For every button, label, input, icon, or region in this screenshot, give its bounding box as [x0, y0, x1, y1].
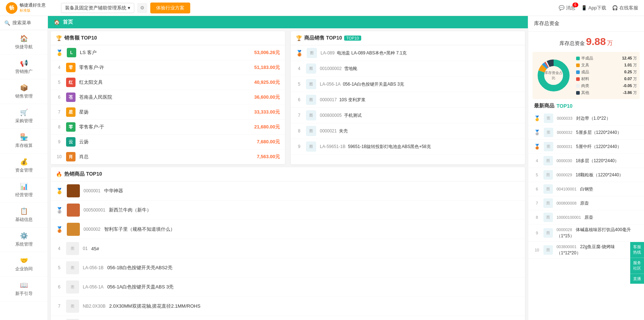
- legend-item: 半成品 12.45 万: [576, 55, 637, 62]
- rank-num: 8: [534, 215, 540, 220]
- legend-name: 材料: [581, 76, 589, 82]
- sidebar-item-库存核算[interactable]: 🏪库存核算: [0, 129, 48, 153]
- customer-list-item: 8 零 零售客户-于 21,680.00元: [51, 120, 285, 135]
- customer-service-float: 客服 热线 服务 社区 直播: [630, 242, 644, 284]
- product-info: LA-59651-1B 59651-1B旋转投影灯电池盒ABS黑色+58克: [320, 144, 520, 150]
- inventory-header: 库存总资金: [528, 16, 644, 32]
- right-product-info: 0000032 5厘多层（1220*2440）: [557, 130, 638, 136]
- product-thumb: 图: [307, 48, 317, 58]
- newest-product-item: 10 图 003800001 22g鱼豆腐-烧烤味（1*12*20）: [528, 242, 644, 259]
- page-title: 首页: [63, 19, 73, 25]
- sidebar-icon: 📊: [20, 182, 28, 190]
- top-customers-header: 🏆 销售额 TOP10: [51, 31, 285, 45]
- system-select[interactable]: 装备及固定资产辅助管理系统 ▾: [61, 3, 134, 13]
- trial-button[interactable]: 体验行业方案: [150, 3, 190, 13]
- legend-item: 肉类 -0.05 万: [576, 82, 637, 89]
- newest-product-item: 🥇 图 0000033 封边带（1.0*22）: [528, 111, 644, 126]
- newest-products-title: 最新商品 TOP10: [528, 99, 644, 111]
- product-thumb: 图: [306, 63, 316, 74]
- rank-num: 4: [534, 159, 540, 163]
- sidebar-item-营销推广[interactable]: 📢营销推广: [0, 55, 48, 79]
- sidebar-icon: 📖: [20, 281, 28, 289]
- customer-amount: 51,183.00元: [254, 64, 280, 71]
- message-button[interactable]: 💬 消息 6: [559, 5, 575, 11]
- customer-avatar: 肖: [66, 152, 76, 161]
- product-info: 001000002 雪地靴: [320, 66, 520, 72]
- newest-name: 5厘多层（1220*2440）: [576, 130, 621, 135]
- hot-products-title: 热销商品 TOP10: [64, 171, 102, 177]
- product-code-name: 0000021 夹壳: [320, 128, 520, 134]
- newest-product-item: 🥉 图 0000031 5厘中纤（1220*2440）: [528, 140, 644, 154]
- legend-value: 12.45 万: [622, 56, 637, 61]
- newest-code: 004100001: [557, 187, 576, 191]
- message-icon: 💬: [559, 5, 564, 11]
- top-customers-title: 销售额 TOP10: [64, 35, 97, 41]
- newest-product-item: 8 图 10000100001 原壶: [528, 210, 644, 225]
- sidebar-item-快捷导航[interactable]: 🏠快捷导航: [0, 30, 48, 55]
- sidebar-label: 资金管理: [15, 167, 33, 173]
- newest-name: 白钢垫: [580, 186, 593, 192]
- sidebar-label: 基础信息: [15, 217, 33, 223]
- rank-num: 4: [56, 246, 62, 251]
- customer-name: 云扬: [79, 139, 253, 145]
- legend-label: 成品: [576, 69, 624, 75]
- sidebar-icon: ⚙️: [20, 232, 28, 240]
- customers-list: 🥇 L LS 客户 53,006.26元 4 零 零售客户-许 51,183.0…: [51, 45, 285, 164]
- newest-name: 5厘中纤（1220*2440）: [576, 144, 621, 149]
- sidebar-item-企业协同[interactable]: 🤝企业协同: [0, 252, 48, 277]
- right-thumb: 图: [543, 245, 553, 255]
- customer-name: 星扬: [79, 109, 250, 115]
- online-service-button[interactable]: 🎧 在线客服: [612, 5, 638, 11]
- trophy2-icon: 🏆: [296, 35, 302, 41]
- legend-item: 其他 -3.86 万: [576, 89, 637, 96]
- right-thumb: 图: [543, 170, 553, 180]
- rank-num: 10: [534, 248, 540, 252]
- newest-name: 原壶: [584, 215, 593, 220]
- rank-num: 7: [56, 304, 62, 309]
- product-info: 0000017 10S 变利罗浆: [320, 97, 520, 103]
- hot-thumb: 图: [66, 300, 79, 313]
- sidebar-label: 销售管理: [15, 93, 33, 99]
- sidebar-label: 快捷导航: [15, 44, 33, 50]
- inventory-unit: 万: [607, 40, 613, 46]
- customer-list-item: 4 零 零售客户-许 51,183.00元: [51, 60, 285, 75]
- legend-name: 成品: [581, 69, 589, 75]
- legend-dot: [576, 70, 580, 74]
- newest-code: 0000032: [557, 130, 572, 135]
- rank-medal: 🥉: [56, 226, 63, 233]
- rank-num: 8: [56, 124, 62, 130]
- settings-button[interactable]: ⚙: [137, 3, 147, 13]
- sidebar-item-经营管理[interactable]: 📊经营管理: [0, 178, 48, 203]
- message-badge: 6: [572, 3, 578, 7]
- community-button[interactable]: 服务 社区: [630, 258, 644, 274]
- right-product-info: 0000031 5厘中纤（1220*2440）: [557, 144, 638, 150]
- legend-dot: [576, 63, 580, 67]
- legend-dot: [576, 84, 580, 88]
- product-code-name: 0000017 10S 变利罗浆: [320, 97, 520, 103]
- app-download-button[interactable]: 📱 App下载: [581, 5, 606, 11]
- search-menu[interactable]: 🔍 搜索菜单: [0, 16, 48, 30]
- product-sales-item: 6 图 0000017 10S 变利罗浆: [291, 92, 525, 108]
- sidebar-item-新手引导[interactable]: 📖新手引导: [0, 277, 48, 301]
- top-products-title: 商品销售 TOP10: [304, 35, 342, 41]
- sidebar-item-资金管理[interactable]: 💰资金管理: [0, 153, 48, 178]
- sidebar-item-系统管理[interactable]: ⚙️系统管理: [0, 227, 48, 252]
- rank-num: 5: [56, 80, 62, 85]
- headset-icon: 🎧: [612, 5, 618, 11]
- rank-num: 9: [534, 231, 540, 235]
- legend-dot: [576, 57, 580, 60]
- live-button[interactable]: 直播: [630, 274, 644, 284]
- hot-products-header: 🔥 热销商品 TOP10: [51, 167, 525, 181]
- rank-medal: 🥇: [56, 49, 63, 56]
- top-center: 装备及固定资产辅助管理系统 ▾ ⚙ 体验行业方案: [54, 3, 559, 13]
- rank-medal: 🥉: [296, 50, 303, 57]
- hot-products-panel: 🔥 热销商品 TOP10 🥇 0000001 中华神器 🥈 000500001 …: [51, 167, 525, 320]
- hot-product-name: 2.0X30MM双搓花轴,搓花直径2.1MM/ROHS: [109, 303, 200, 309]
- hot-product-name: 智利车子里（规格不知道填什么）: [104, 226, 175, 233]
- sidebar-item-基础信息[interactable]: 📋基础信息: [0, 203, 48, 227]
- sidebar-item-销售管理[interactable]: 📦销售管理: [0, 79, 48, 104]
- newest-product-item: 5 图 0000029 18颗粒板（1220*2440）: [528, 168, 644, 182]
- sidebar-item-采购管理[interactable]: 🛒采购管理: [0, 104, 48, 129]
- hotline-button[interactable]: 客服 热线: [630, 242, 644, 258]
- customer-list-item: 🥇 L LS 客户 53,006.26元: [51, 45, 285, 60]
